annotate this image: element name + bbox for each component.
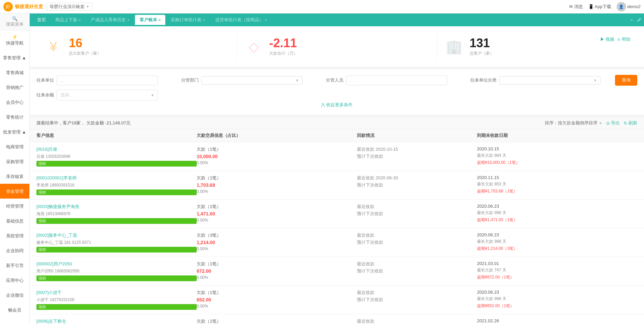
refresh-icon: ↻ bbox=[624, 121, 627, 126]
tab-production-history[interactable]: 产成品入库单历史 × bbox=[86, 15, 134, 25]
balance-select[interactable]: 选择... ▼ bbox=[57, 90, 158, 100]
person-input[interactable]: ... bbox=[346, 76, 447, 85]
overdue-link-3[interactable]: 超期¥1,471.00（1笔） bbox=[477, 217, 637, 223]
sidebar-item-wholesale[interactable]: 批发管理 ▲ bbox=[0, 124, 29, 139]
overdue-link-1[interactable]: 超期¥10,000.00（1笔） bbox=[477, 160, 637, 166]
col-header-overdue: 到期未收款日期 bbox=[477, 132, 637, 139]
table-row: [0003]畅捷服务尹海燕 海燕 18513066976 现销 欠款（1笔） 1… bbox=[30, 200, 644, 228]
from-unit-input[interactable]: ... bbox=[57, 76, 158, 85]
sidebar-item-enterprise[interactable]: 企业协同 bbox=[0, 243, 29, 258]
customer-phone-6: 小进千 18279152100 bbox=[36, 297, 197, 303]
user-avatar[interactable]: 👤 demo2 bbox=[617, 2, 641, 11]
sidebar-item-ecommerce[interactable]: 电商管理 bbox=[0, 139, 29, 154]
right-panel: 首页 商品上下架 × 产成品入库单历史 × 客户账本 × 采购订单统计表 × bbox=[30, 13, 644, 324]
customer-phone-5: 用户2050 18665062050 bbox=[36, 268, 197, 274]
close-tab-goods[interactable]: × bbox=[265, 18, 267, 22]
sidebar-search[interactable]: 🔍 搜索菜单 bbox=[0, 13, 29, 30]
debt-ratio-4: 0.00% bbox=[197, 246, 357, 251]
search-button[interactable]: 查询 bbox=[615, 75, 637, 86]
debt-info-2: 欠款（1笔） 1,703.68 0.00% bbox=[197, 175, 357, 195]
logo-area: 好 畅捷通好生意 bbox=[3, 2, 43, 11]
debt-count-5: 欠款（1笔） bbox=[197, 261, 357, 267]
customer-name-4[interactable]: [0002]服务中心_丁磊 bbox=[36, 232, 197, 238]
sidebar-item-guide[interactable]: 新手引导 bbox=[0, 258, 29, 273]
overdue-link-2[interactable]: 超期¥1,703.68（1笔） bbox=[477, 188, 637, 194]
help-btn[interactable]: ⊙ 帮助 bbox=[617, 36, 631, 42]
table-row: [0001020001]李老师 李老师 18600391516 现销 欠款（1笔… bbox=[30, 171, 644, 200]
sidebar-item-retail-mall[interactable]: 零售商城 bbox=[0, 65, 29, 80]
tab-customer-account[interactable]: 客户账本 × bbox=[135, 15, 165, 25]
debt-ratio-6: 0.00% bbox=[197, 304, 357, 308]
export-icon: ⊙ bbox=[606, 121, 610, 126]
tab-purchase-stats[interactable]: 采购订单统计表 × bbox=[166, 15, 209, 25]
app-download-btn[interactable]: 📱 App下载 bbox=[588, 4, 611, 10]
store-selector[interactable]: 母婴行业演示账套 ▼ bbox=[47, 3, 92, 11]
sidebar-item-finance[interactable]: 资金管理 bbox=[0, 184, 29, 199]
filter-row-2: 往来余额 选择... ▼ bbox=[36, 90, 637, 100]
table-row: [000002]用户2050 用户2050 18665062050 现销 欠款（… bbox=[30, 257, 644, 286]
close-tab-product[interactable]: × bbox=[79, 18, 81, 22]
customer-name-7[interactable]: [0006]去下粮仓 bbox=[36, 318, 197, 324]
owed-customers-icon: ¥ bbox=[43, 36, 63, 57]
store-dropdown-icon: ▼ bbox=[86, 5, 89, 8]
dept-label: 分管部门 bbox=[181, 77, 199, 83]
overdue-link-4[interactable]: 超期¥1,214.00（3笔） bbox=[477, 246, 637, 252]
recover-info-4: 最近收款 预计下次收款 bbox=[357, 232, 477, 253]
close-tab-purchase[interactable]: × bbox=[203, 18, 205, 22]
sort-select[interactable]: 排序：按欠款金额倒序排序 ▼ bbox=[545, 120, 602, 126]
debt-amount-1: 10,000.00 bbox=[197, 154, 357, 159]
tab-product-listing[interactable]: 商品上下架 × bbox=[51, 15, 85, 25]
export-btn[interactable]: ⊙ 导出 bbox=[606, 120, 620, 126]
debt-ratio-3: 0.00% bbox=[197, 218, 357, 223]
minimize-icon[interactable]: － bbox=[629, 17, 634, 24]
table-row: [0002]服务中心_丁磊 服务中心_丁磊 181 0125 8371 现销 欠… bbox=[30, 228, 644, 257]
close-tab-customer[interactable]: × bbox=[159, 18, 161, 22]
sidebar-item-wechat[interactable]: 企业微信 bbox=[0, 288, 29, 302]
recover-info-2: 最近收款 2020-06-30 预计下次收款 bbox=[357, 175, 477, 195]
refresh-btn[interactable]: ↻ 刷新 bbox=[624, 120, 637, 126]
customer-name-6[interactable]: [0007]小进千 bbox=[36, 290, 197, 296]
sidebar-item-system[interactable]: 系统管理 bbox=[0, 228, 29, 243]
stat-info-total: 131 总客户（家） bbox=[470, 37, 494, 56]
message-btn[interactable]: ✉ 消息 bbox=[569, 4, 583, 10]
sidebar-item-operations[interactable]: 经营管理 bbox=[0, 199, 29, 213]
close-tab-production[interactable]: × bbox=[127, 18, 129, 22]
sidebar-item-basic-info[interactable]: 基础信息 bbox=[0, 213, 29, 228]
sidebar-item-retail-mgmt[interactable]: 零售管理 ▲ bbox=[0, 50, 29, 65]
sidebar-item-member[interactable]: 会员中心 bbox=[0, 95, 29, 110]
overdue-link-6[interactable]: 超期¥652.00（1笔） bbox=[477, 303, 637, 309]
unit-class-label: 往来单位分类 bbox=[470, 77, 497, 83]
collapse-btn[interactable]: ⋀ 收起更多条件 bbox=[36, 100, 637, 109]
main-layout: 🔍 搜索菜单 ⚡ 快捷导航 零售管理 ▲ 零售商城 营销推广 会员中心 零售统计 bbox=[0, 13, 644, 324]
sidebar-item-app-center[interactable]: 应用中心 bbox=[0, 273, 29, 288]
video-btn[interactable]: ▶ 视频 bbox=[600, 36, 615, 42]
sidebar-item-inventory[interactable]: 库存核算 bbox=[0, 169, 29, 184]
owed-customers-label: 总欠款客户（家） bbox=[69, 51, 101, 56]
recover-info-1: 最近收款 2020-10-15 预计下次收款 bbox=[357, 146, 477, 167]
top-bar-right: ✉ 消息 📱 App下载 👤 demo2 bbox=[569, 2, 641, 11]
overdue-link-5[interactable]: 超期¥672.00（1笔） bbox=[477, 274, 637, 280]
collapse-icon: ⋀ bbox=[321, 102, 325, 107]
debt-info-4: 欠款（3笔） 1,214.00 0.00% bbox=[197, 232, 357, 253]
from-unit-label: 往来单位 bbox=[36, 77, 54, 83]
sidebar-item-vip[interactable]: 畅会员 bbox=[0, 302, 29, 317]
filter-unit-class: 往来单位分类 ▼ bbox=[470, 76, 610, 85]
unit-class-select[interactable]: ▼ bbox=[499, 76, 600, 85]
tab-goods-stats[interactable]: 进货单统计表（按商品） × bbox=[211, 15, 272, 25]
tab-home[interactable]: 首页 bbox=[32, 15, 51, 25]
dept-select[interactable]: ▼ bbox=[201, 76, 303, 85]
sidebar-item-purchase[interactable]: 采购管理 bbox=[0, 154, 29, 169]
tab-bar: 首页 商品上下架 × 产成品入库单历史 × 客户账本 × 采购订单统计表 × bbox=[30, 13, 644, 26]
sidebar-item-marketing[interactable]: 营销推广 bbox=[0, 80, 29, 95]
customer-name-3[interactable]: [0003]畅捷服务尹海燕 bbox=[36, 204, 197, 210]
stat-card-owed-amount: ◇ -2.11 欠款合计（万） bbox=[237, 33, 437, 60]
table-row: [0006]去下粮仓 陈小希 现销 欠款（1笔） 455.90 0.00% 最近… bbox=[30, 314, 644, 324]
customer-name-1[interactable]: [0016]吕俊 bbox=[36, 146, 197, 152]
sidebar-item-retail-stats[interactable]: 零售统计 bbox=[0, 110, 29, 124]
customer-name-2[interactable]: [0001020001]李老师 bbox=[36, 175, 197, 181]
results-bar: 搜索结果中，客户16家， 欠款金额 -21,148.07元 排序：按欠款金额倒序… bbox=[30, 117, 644, 129]
top-bar: 好 畅捷通好生意 母婴行业演示账套 ▼ ✉ 消息 📱 App下载 👤 demo2 bbox=[0, 0, 644, 13]
maximize-icon[interactable]: ⤢ bbox=[637, 17, 641, 24]
customer-name-5[interactable]: [000002]用户2050 bbox=[36, 261, 197, 267]
sidebar-item-quick-nav[interactable]: ⚡ 快捷导航 bbox=[0, 30, 29, 50]
